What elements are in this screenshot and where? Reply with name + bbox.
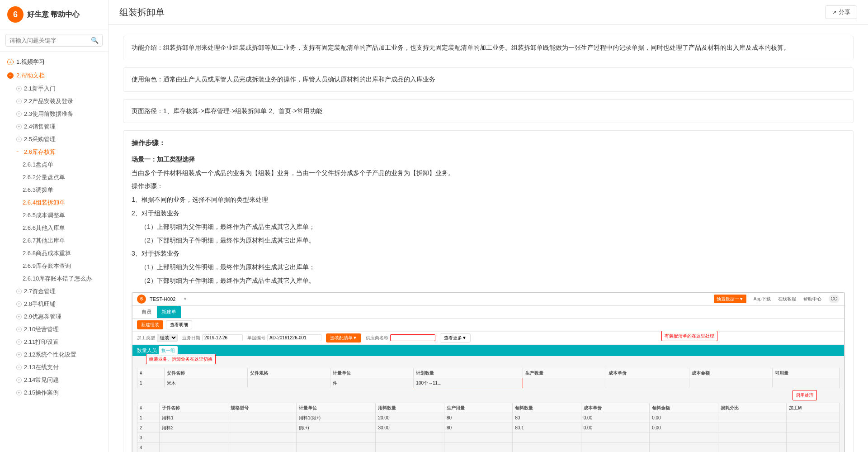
sidebar-item-help-docs[interactable]: − 2.帮助文档 [0, 69, 108, 82]
td-cost-price [606, 378, 689, 388]
erp-field-search: 供应商名称 [366, 334, 435, 342]
sidebar-item-28[interactable]: +2.8手机旺铺 [0, 298, 108, 310]
annotation-enable: 启用处理 [793, 390, 817, 400]
erp-select-bom-btn[interactable]: 选装配清单▼ [326, 333, 361, 343]
erp-more-btn[interactable]: 查看更多▼ [440, 333, 471, 343]
sub-plus-icon: + [16, 289, 22, 294]
share-button[interactable]: ↗ 分享 [825, 5, 857, 19]
share-icon: ↗ [832, 9, 837, 16]
erp-parent-table: # 父件名称 父件规格 计量单位 计划数量 生产数量 成本单价 成本金额 可用量 [137, 368, 840, 388]
sidebar-item-267[interactable]: 2.6.7其他出库单 [0, 234, 108, 247]
erp-type-label: 加工类型 [137, 334, 155, 342]
td-parent-name: 米木 [164, 378, 247, 388]
sth-num: # [137, 403, 160, 413]
sidebar-item-video-learning[interactable]: + 1.视频学习 [0, 55, 108, 69]
sidebar-item-215[interactable]: +2.15操作案例 [0, 386, 108, 399]
path-section: 页面路径：1、库存核算->库存管理->组装拆卸单 2、首页->常用功能 [123, 99, 854, 124]
sidebar-item-266[interactable]: 2.6.6其他入库单 [0, 222, 108, 234]
sub-table-row-empty: 4 [137, 442, 840, 452]
sidebar-item-263[interactable]: 2.6.3调拨单 [0, 184, 108, 196]
sub-plus-icon: + [16, 137, 22, 142]
erp-annotation3-container: 启用处理 [132, 390, 844, 399]
sidebar-item-211[interactable]: +2.11打印设置 [0, 336, 108, 348]
th-parent-name: 父件名称 [164, 368, 247, 378]
th-avail: 可用量 [773, 368, 840, 378]
sidebar-item-29[interactable]: +2.9优惠券管理 [0, 310, 108, 323]
sidebar-item-214[interactable]: +2.14常见问题 [0, 374, 108, 386]
sub-table-row: 2 用料2 (限+) 30.00 80 80.1 0.00 0.00 [137, 423, 840, 433]
erp-type-select[interactable]: 组装 拆卸 [157, 334, 178, 342]
erp-user: CC [829, 295, 840, 303]
erp-preset-btn[interactable]: 预置数据一▼ [714, 295, 746, 303]
sidebar-item-261[interactable]: 2.6.1盘点单 [0, 158, 108, 171]
sth-pick-qty: 领料数量 [513, 403, 581, 413]
intro-section: 功能介绍：组装拆卸单用来处理企业组装或拆卸等加工业务，支持有固定装配清单的产品加… [123, 36, 854, 60]
sidebar-item-inventory[interactable]: − 2.6库存核算 [0, 146, 108, 158]
sub-plus-icon: + [16, 327, 22, 332]
erp-company: TEST-H002 [150, 295, 175, 304]
search-area: 🔍 [0, 29, 108, 52]
step3-2: （2）下部明细为子件明细，最终作为产成品生成其它入库单。 [132, 276, 845, 286]
erp-view-detail-btn[interactable]: 查看明细 [166, 320, 192, 329]
sidebar-item-262[interactable]: 2.6.2分量盘点单 [0, 171, 108, 184]
sth-spec: 规格型号 [228, 403, 296, 413]
sidebar-item-212[interactable]: +2.12系统个性化设置 [0, 348, 108, 361]
erp-topbar: 6 TEST-H002 ▼ 预置数据一▼ App下载 在线客服 帮助中心 CC [132, 293, 844, 306]
sidebar-item-27[interactable]: +2.7资金管理 [0, 285, 108, 298]
td-plan-qty: 100个→11... [414, 378, 523, 388]
sidebar-item-210[interactable]: +2.10经营管理 [0, 323, 108, 336]
step2: 2、对于组装业务 [132, 208, 845, 219]
erp-tab-new[interactable]: 新建单 [157, 306, 181, 318]
sidebar-item-2610[interactable]: 2.6.10库存账本错了怎么办 [0, 272, 108, 285]
path-text: 页面路径：1、库存核算->库存管理->组装拆卸单 2、首页->常用功能 [132, 106, 845, 117]
sidebar-item-newcomer[interactable]: +2.1新手入门 [0, 82, 108, 95]
sth-cost-price: 成本单价 [581, 403, 649, 413]
sth-loss: 损耗分比 [718, 403, 786, 413]
sidebar-item-install[interactable]: +2.2产品安装及登录 [0, 95, 108, 108]
td-unit: 件 [330, 378, 414, 388]
th-num: # [137, 368, 165, 378]
th-cost-price: 成本单价 [606, 368, 689, 378]
sidebar-item-269[interactable]: 2.6.9库存账本查询 [0, 260, 108, 272]
ops-section: 操作步骤： 场景一：加工类型选择 当由多个子件材料组装成一个成品的业务为【组装】… [123, 130, 854, 452]
erp-field-date: 业务日期 [182, 334, 243, 342]
scene1-desc: 当由多个子件材料组装成一个成品的业务为【组装】业务，当由一个父件拆分成多个子产品… [132, 168, 845, 179]
erp-field-bom: 选装配清单▼ [326, 333, 361, 343]
erp-supplier-input[interactable] [390, 334, 435, 341]
sidebar-item-purchase[interactable]: +2.5采购管理 [0, 133, 108, 146]
search-input[interactable] [9, 37, 91, 44]
role-text: 使用角色：通常由生产人员或库管人员完成拆装业务的操作，库管人员确认原材料的出库和… [132, 74, 845, 85]
erp-switch-label: 数量人员 [137, 346, 157, 355]
erp-field-more: 查看更多▼ [440, 333, 471, 343]
erp-type-switch-bar: 数量人员 换一组 [132, 345, 844, 356]
step2-1: （1）上部明细为父件明细，最终作为产成品生成其它入库单； [132, 222, 845, 233]
sidebar-item-213[interactable]: +2.13在线支付 [0, 361, 108, 374]
erp-switch-btn[interactable]: 换一组 [159, 346, 178, 355]
erp-app-download: App下载 [754, 295, 771, 303]
erp-date-input[interactable] [202, 334, 243, 341]
main-content: 组装拆卸单 ↗ 分享 功能介绍：组装拆卸单用来处理企业组装或拆卸等加工业务，支持… [108, 0, 868, 452]
erp-toolbar: 新建组装 查看明细 [132, 319, 844, 332]
sidebar-item-data-prep[interactable]: +2.3使用前数据准备 [0, 108, 108, 120]
erp-form-section: 加工类型 组装 拆卸 业务日期 单据编号 [132, 332, 844, 345]
role-section: 使用角色：通常由生产人员或库管人员完成拆装业务的操作，库管人员确认原材料的出库和… [123, 67, 854, 92]
nav-tree: + 1.视频学习 − 2.帮助文档 +2.1新手入门 +2.2产品安装及登录 +… [0, 52, 108, 452]
sub-plus-icon: + [16, 86, 22, 91]
sth-process: 加工M [787, 403, 840, 413]
erp-tab-home[interactable]: 自员 [137, 306, 156, 318]
nav-section-2: − 2.帮助文档 +2.1新手入门 +2.2产品安装及登录 +2.3使用前数据准… [0, 69, 108, 399]
erp-new-assemble-btn[interactable]: 新建组装 [137, 320, 163, 329]
search-icon[interactable]: 🔍 [91, 37, 99, 44]
sth-prod-qty: 生产用量 [444, 403, 512, 413]
sidebar-item-264[interactable]: 2.6.4组装拆卸单 [0, 196, 108, 209]
sidebar-item-268[interactable]: 2.6.8商品成本重算 [0, 247, 108, 260]
sub-plus-icon: + [16, 339, 22, 345]
sub-plus-icon: + [16, 111, 22, 117]
page-title: 组装拆卸单 [119, 6, 165, 19]
sidebar-item-265[interactable]: 2.6.5成本调整单 [0, 209, 108, 222]
sidebar-item-sales[interactable]: +2.4销售管理 [0, 120, 108, 133]
th-prod-qty: 生产数量 [523, 368, 606, 378]
sub-plus-icon: + [16, 124, 22, 129]
erp-code-input[interactable] [267, 334, 321, 341]
sub-plus-icon: + [16, 301, 22, 307]
